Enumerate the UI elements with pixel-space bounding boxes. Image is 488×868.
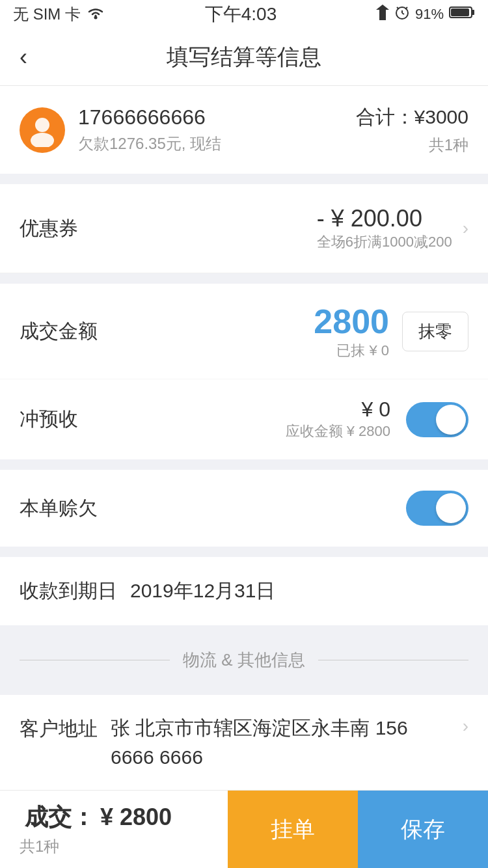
coupon-amount: - ¥ 200.00 — [317, 205, 452, 232]
logistics-divider: 物流 & 其他信息 — [0, 636, 488, 685]
alarm-icon — [394, 5, 410, 24]
writeoff-label: 本单赊欠 — [20, 495, 98, 522]
deal-right: 2800 已抹 ¥ 0 抹零 — [314, 302, 468, 360]
toggle-knob — [436, 405, 466, 435]
header: ‹ 填写结算等信息 — [0, 29, 488, 86]
battery-icon — [449, 5, 475, 23]
content: 17666666666 欠款1276.35元, 现结 合计：¥3000 共1种 … — [0, 86, 488, 868]
duedate-row: 收款到期日 2019年12月31日 — [0, 557, 488, 625]
svg-point-7 — [35, 118, 49, 132]
address-chevron-icon: › — [463, 713, 468, 737]
pending-button[interactable]: 挂单 — [228, 791, 358, 869]
svg-point-8 — [31, 133, 54, 147]
writeoff-row: 本单赊欠 — [0, 470, 488, 547]
customer-right: 合计：¥3000 共1种 — [356, 104, 468, 156]
svg-rect-6 — [451, 8, 469, 16]
bottom-summary: 成交：¥ 2800 共1种 — [0, 802, 228, 857]
status-right: 91% — [376, 5, 475, 24]
deal-amount-row: 成交金额 2800 已抹 ¥ 0 抹零 — [0, 284, 488, 379]
total-count: 共1种 — [356, 135, 468, 156]
carrier-text: 无 SIM 卡 — [13, 4, 81, 25]
deal-section: 成交金额 2800 已抹 ¥ 0 抹零 冲预收 ¥ 0 应收金额 ¥ 2800 — [0, 284, 488, 459]
deal-amount-label: 成交金额 — [20, 318, 98, 345]
status-bar: 无 SIM 卡 下午4:03 91% — [0, 0, 488, 29]
deal-amount-sub: 已抹 ¥ 0 — [314, 341, 389, 360]
total-label: 合计： — [356, 106, 414, 128]
prepaid-amount: ¥ 0 — [286, 398, 390, 422]
prepaid-amount-wrap: ¥ 0 应收金额 ¥ 2800 — [286, 398, 390, 441]
prepaid-toggle[interactable] — [406, 402, 468, 437]
coupon-row[interactable]: 优惠券 - ¥ 200.00 全场6折满1000减200 › — [0, 184, 488, 273]
address-label: 客户地址 — [20, 713, 98, 742]
writeoff-toggle[interactable] — [406, 491, 468, 526]
coupon-chevron-icon: › — [463, 218, 468, 239]
bottom-deal-label: 成交： — [25, 804, 95, 830]
prepaid-row: 冲预收 ¥ 0 应收金额 ¥ 2800 — [0, 379, 488, 459]
save-button[interactable]: 保存 — [358, 791, 488, 869]
bottom-deal-amount: ¥ 2800 — [100, 804, 172, 830]
status-left: 无 SIM 卡 — [13, 4, 105, 25]
logistics-label: 物流 & 其他信息 — [183, 649, 305, 671]
coupon-amount-wrap: - ¥ 200.00 全场6折满1000减200 — [317, 205, 452, 252]
prepaid-sub: 应收金额 ¥ 2800 — [286, 422, 390, 441]
coupon-right: - ¥ 200.00 全场6折满1000减200 › — [317, 205, 468, 252]
customer-phone: 17666666666 — [78, 105, 221, 129]
bottom-deal-line: 成交：¥ 2800 — [20, 802, 208, 834]
prepaid-right: ¥ 0 应收金额 ¥ 2800 — [286, 398, 468, 441]
prepaid-label: 冲预收 — [20, 406, 78, 433]
wifi-icon — [86, 5, 105, 23]
total-amount: 合计：¥3000 — [356, 104, 468, 131]
deal-amount-value: 2800 — [314, 302, 389, 341]
svg-rect-5 — [472, 10, 474, 15]
deal-amount-wrap: 2800 已抹 ¥ 0 — [314, 302, 389, 360]
writeoff-toggle-knob — [436, 493, 466, 523]
svg-line-3 — [402, 13, 404, 14]
battery-percent: 91% — [415, 6, 444, 23]
divider-line-right — [318, 660, 468, 660]
coupon-label: 优惠券 — [20, 215, 78, 242]
bottom-count: 共1种 — [20, 836, 208, 857]
duedate-label: 收款到期日 — [20, 578, 117, 604]
coupon-desc: 全场6折满1000减200 — [317, 232, 452, 252]
page-title: 填写结算等信息 — [167, 42, 321, 72]
round-zero-button[interactable]: 抹零 — [402, 312, 468, 351]
customer-info: 17666666666 欠款1276.35元, 现结 — [78, 105, 221, 154]
location-icon — [376, 5, 389, 24]
customer-left: 17666666666 欠款1276.35元, 现结 — [20, 105, 221, 154]
avatar — [20, 107, 65, 153]
address-value: 张 北京市市辖区海淀区永丰南 156 6666 6666 — [111, 713, 452, 772]
divider-line-left — [20, 660, 170, 660]
bottom-bar: 成交：¥ 2800 共1种 挂单 保存 — [0, 790, 488, 868]
status-time: 下午4:03 — [205, 2, 277, 27]
total-value: ¥3000 — [414, 106, 468, 128]
duedate-value: 2019年12月31日 — [130, 578, 275, 604]
svg-point-0 — [94, 16, 98, 20]
address-row[interactable]: 客户地址 张 北京市市辖区海淀区永丰南 156 6666 6666 › — [0, 695, 488, 790]
customer-card: 17666666666 欠款1276.35元, 现结 合计：¥3000 共1种 — [0, 86, 488, 174]
customer-sub: 欠款1276.35元, 现结 — [78, 133, 221, 154]
back-button[interactable]: ‹ — [20, 44, 27, 71]
